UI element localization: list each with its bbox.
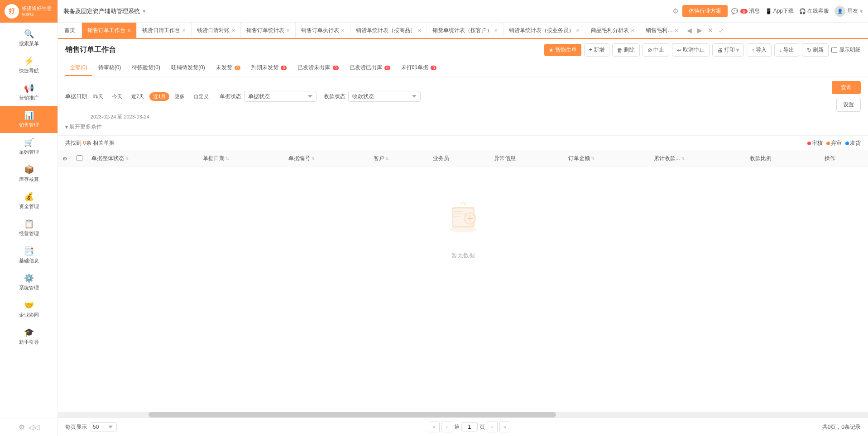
sidebar-item-finance[interactable]: 💰 资金管理 — [0, 187, 58, 214]
per-page-select[interactable]: 50 20 100 — [90, 422, 117, 431]
prev-page-btn[interactable]: ‹ — [441, 422, 452, 432]
tab-close-btn[interactable]: ✕ — [127, 28, 131, 33]
tab-close-btn[interactable]: ✕ — [286, 28, 290, 33]
tab-close-all-btn[interactable]: ✕ — [705, 27, 716, 34]
tab-prev-btn[interactable]: ◀ — [684, 27, 695, 34]
message-btn[interactable]: 💬 6 消息 — [731, 7, 760, 15]
select-all-checkbox[interactable] — [77, 155, 82, 161]
th-setting[interactable]: ⚙ — [58, 151, 72, 166]
query-btn[interactable]: 查询 — [832, 81, 861, 94]
import-btn[interactable]: ↑ 导入 — [747, 43, 772, 57]
logo-icon: 好 — [5, 4, 19, 19]
expand-filter-btn[interactable]: ▾ 展开更多条件 — [65, 123, 861, 131]
cancel-pause-btn[interactable]: ↩ 取消中止 — [672, 43, 710, 57]
subtab-overdue[interactable]: 到期未发货 0 — [247, 60, 291, 76]
th-amount[interactable]: 订单金额 ⇅ — [564, 151, 649, 166]
sidebar-item-inventory[interactable]: 📦 库存核算 — [0, 160, 58, 187]
ship-btn[interactable]: 发货 — [845, 139, 861, 147]
date-today[interactable]: 今天 — [109, 92, 126, 101]
payment-filter-select[interactable]: 收款状态 — [348, 91, 421, 102]
sidebar-item-quicknav[interactable]: ⚡ 快捷导航 — [0, 52, 58, 79]
status-filter-select[interactable]: 单据状态 — [244, 91, 317, 102]
th-accumulated[interactable]: 累计收款... ⇅ — [649, 151, 746, 166]
online-support-btn[interactable]: 🎧 在线客服 — [799, 7, 829, 15]
tab-sales-margin[interactable]: 销售毛利… ✕ — [640, 23, 684, 38]
sidebar-item-operation[interactable]: 📋 经营管理 — [0, 214, 58, 242]
sidebar-item-sales[interactable]: 📊 销售管理 — [0, 106, 58, 133]
subtab-pending-check[interactable]: 待拣验货(0) — [127, 60, 165, 76]
tab-sales-exec[interactable]: 销售订单执行表 ✕ — [296, 23, 350, 38]
date-7days[interactable]: 近7天 — [128, 92, 148, 101]
th-order-no[interactable]: 单据编号 ⇅ — [284, 151, 369, 166]
audit-btn[interactable]: 审核 — [807, 139, 823, 147]
subtab-all[interactable]: 全部(0) — [65, 60, 92, 76]
set-btn[interactable]: 设置 — [836, 98, 861, 112]
sidebar-item-marketing[interactable]: 📢 营销推广 — [0, 79, 58, 106]
industry-btn[interactable]: 体验行业方案 — [682, 5, 728, 17]
th-order-status[interactable]: 单据整体状态 ⇅ — [87, 151, 198, 166]
tab-sales-by-customer[interactable]: 销货单统计表（按客户） ✕ — [427, 23, 504, 38]
tab-margin[interactable]: 商品毛利分析表 ✕ — [585, 23, 640, 38]
subtab-wangpu[interactable]: 旺铺待发货(0) — [167, 60, 210, 76]
subtab-unshipped[interactable]: 未发货 0 — [211, 60, 245, 76]
th-checkbox[interactable] — [72, 151, 87, 166]
tab-home[interactable]: 首页 — [58, 23, 82, 38]
date-custom[interactable]: 自定义 — [190, 92, 212, 101]
dropdown-arrow[interactable]: ▾ — [143, 8, 146, 14]
tab-close-btn[interactable]: ✕ — [182, 28, 186, 33]
tab-close-btn[interactable]: ✕ — [341, 28, 345, 33]
tab-close-btn[interactable]: ✕ — [231, 28, 235, 33]
th-customer[interactable]: 客户 ⇅ — [369, 151, 428, 166]
sidebar-item-basicinfo[interactable]: 📑 基础信息 — [0, 242, 58, 269]
tab-maximize-btn[interactable]: ⤢ — [716, 27, 727, 34]
last-page-btn[interactable]: » — [499, 422, 510, 432]
svg-rect-5 — [454, 211, 463, 212]
app-download-btn[interactable]: 📱 App下载 — [765, 7, 794, 15]
date-yesterday[interactable]: 昨天 — [90, 92, 107, 101]
show-detail-checkbox[interactable] — [831, 47, 837, 53]
scrollbar-thumb[interactable] — [149, 412, 556, 417]
show-detail-checkbox-label[interactable]: 显示明细 — [831, 46, 861, 54]
user-menu-btn[interactable]: 👤 用友 ▾ — [834, 6, 863, 17]
sidebar-item-collab[interactable]: 🤝 企业协同 — [0, 296, 58, 323]
pause-icon: ⊘ — [647, 47, 652, 53]
next-page-btn[interactable]: › — [487, 422, 498, 432]
gear-icon[interactable]: ⚙ — [672, 7, 679, 15]
tab-close-btn[interactable]: ✕ — [576, 28, 580, 33]
sidebar-item-guide[interactable]: 🎓 新手引导 — [0, 323, 58, 350]
tab-sales-order[interactable]: 销售订单工作台 ✕ — [82, 23, 137, 38]
tab-close-btn[interactable]: ✕ — [675, 28, 678, 33]
sidebar-item-search[interactable]: 🔍 搜索菜单 — [0, 24, 58, 52]
tab-reconcile[interactable]: 钱货日清对账 ✕ — [192, 23, 241, 38]
tab-close-btn[interactable]: ✕ — [494, 28, 498, 33]
page-input[interactable] — [461, 422, 478, 431]
add-btn[interactable]: + 新增 — [584, 43, 609, 57]
print-btn[interactable]: 🖨 打印 ▾ — [712, 43, 744, 57]
collapse-sidebar-btn[interactable]: ◁◁ — [29, 423, 39, 431]
date-more[interactable]: 更多 — [171, 92, 188, 101]
refresh-btn[interactable]: ↻ 刷新 — [802, 43, 829, 57]
export-btn[interactable]: ↓ 导出 — [774, 43, 799, 57]
tab-sales-stats[interactable]: 销售订单统计表 ✕ — [241, 23, 296, 38]
date-1month[interactable]: 近1月 — [149, 92, 169, 101]
sidebar-item-purchase[interactable]: 🛒 采购管理 — [0, 133, 58, 160]
tab-sales-by-staff[interactable]: 销货单统计表（按业务员） ✕ — [504, 23, 585, 38]
tab-daily-clear[interactable]: 钱货日清工作台 ✕ — [137, 23, 192, 38]
discard-audit-btn[interactable]: 弃审 — [826, 139, 842, 147]
sidebar-item-system[interactable]: ⚙️ 系统管理 — [0, 269, 58, 296]
tab-close-btn[interactable]: ✕ — [417, 28, 421, 33]
tab-close-btn[interactable]: ✕ — [631, 28, 634, 33]
delete-btn[interactable]: 🗑 删除 — [612, 43, 640, 57]
first-page-btn[interactable]: « — [429, 422, 440, 432]
pause-btn[interactable]: ⊘ 中止 — [643, 43, 669, 57]
horizontal-scrollbar[interactable] — [58, 412, 868, 417]
settings-bottom-btn[interactable]: ⚙ — [19, 423, 25, 431]
smart-create-btn[interactable]: ★ 智能生单 — [544, 44, 581, 56]
th-date[interactable]: 单据日期 ⇅ — [198, 151, 283, 166]
subtab-shipped-not-out[interactable]: 已发货未出库 0 — [293, 60, 343, 76]
tab-sales-by-product[interactable]: 销货单统计表（按商品） ✕ — [350, 23, 427, 38]
subtab-unprinted[interactable]: 未打印单据 0 — [397, 60, 441, 76]
subtab-shipped-out[interactable]: 已发货已出库 0 — [345, 60, 395, 76]
tab-next-btn[interactable]: ▶ — [695, 27, 705, 34]
subtab-pending-review[interactable]: 待审核(0) — [94, 60, 126, 76]
